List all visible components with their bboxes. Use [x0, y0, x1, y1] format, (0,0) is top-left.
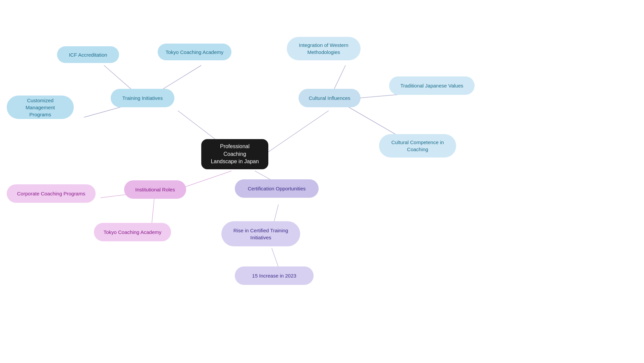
training-initiatives-node: Training Initiatives — [111, 89, 174, 107]
icf-accreditation-node: ICF Accreditation — [57, 46, 119, 63]
customized-management-node: Customized Management Programs — [7, 96, 74, 119]
training-initiatives-label: Training Initiatives — [122, 95, 163, 102]
increase-2023-node: 15 Increase in 2023 — [235, 266, 314, 285]
tokyo-academy-top-label: Tokyo Coaching Academy — [166, 49, 224, 56]
corporate-coaching-label: Corporate Coaching Programs — [17, 190, 85, 197]
certification-opportunities-label: Certification Opportunities — [248, 185, 306, 192]
institutional-roles-node: Institutional Roles — [124, 180, 186, 199]
icf-accreditation-label: ICF Accreditation — [69, 51, 107, 58]
svg-line-8 — [178, 171, 231, 189]
cultural-competence-label: Cultural Competence in Coaching — [391, 139, 444, 153]
tokyo-academy-top-node: Tokyo Coaching Academy — [158, 44, 231, 60]
cultural-competence-node: Cultural Competence in Coaching — [379, 134, 456, 158]
center-label: Professional Coaching Landscape in Japan — [209, 143, 261, 165]
rise-certified-node: Rise in Certified Training Initiatives — [221, 221, 300, 246]
traditional-japanese-node: Traditional Japanese Values — [389, 76, 475, 95]
integration-western-label: Integration of Western Methodologies — [299, 42, 348, 56]
cultural-influences-node: Cultural Influences — [299, 89, 361, 107]
center-node: Professional Coaching Landscape in Japan — [201, 139, 268, 169]
traditional-japanese-label: Traditional Japanese Values — [400, 82, 464, 89]
customized-management-label: Customized Management Programs — [14, 97, 66, 118]
cultural-influences-label: Cultural Influences — [309, 95, 350, 102]
tokyo-academy-bottom-label: Tokyo Coaching Academy — [104, 229, 162, 236]
institutional-roles-label: Institutional Roles — [135, 186, 175, 193]
svg-line-4 — [265, 111, 329, 154]
tokyo-academy-bottom-node: Tokyo Coaching Academy — [94, 223, 171, 241]
certification-opportunities-node: Certification Opportunities — [235, 179, 319, 198]
corporate-coaching-node: Corporate Coaching Programs — [7, 184, 96, 203]
increase-2023-label: 15 Increase in 2023 — [252, 272, 297, 279]
integration-western-node: Integration of Western Methodologies — [287, 37, 361, 60]
rise-certified-label: Rise in Certified Training Initiatives — [233, 227, 288, 241]
